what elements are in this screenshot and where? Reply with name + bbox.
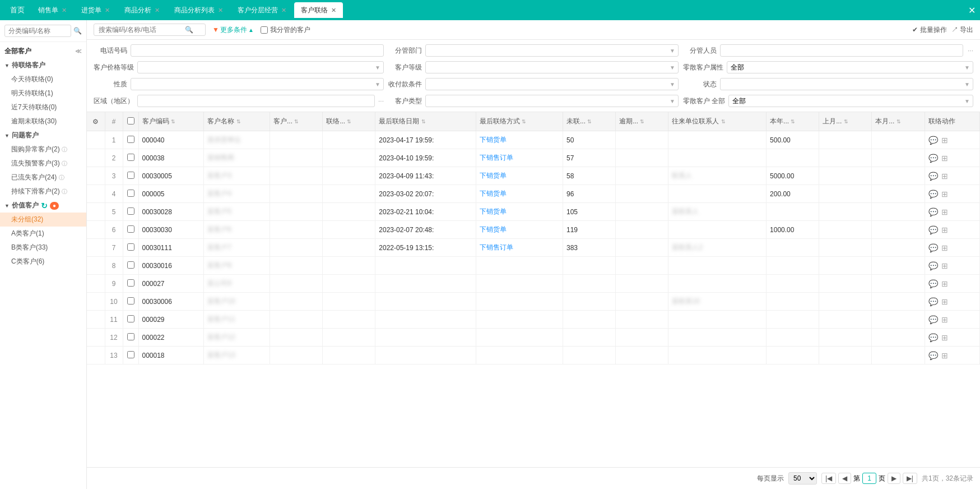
contact-type-link-4[interactable]: 下销货单 xyxy=(480,207,507,215)
chat-icon-6[interactable]: 💬 xyxy=(928,243,938,252)
grid-icon-11[interactable]: ⊞ xyxy=(941,333,948,342)
row-check-11[interactable] xyxy=(123,329,138,347)
close-sales-tab[interactable]: ✕ xyxy=(62,7,67,14)
region-input[interactable] xyxy=(137,95,375,107)
overdue-column-header[interactable]: 逾期... ⇅ xyxy=(616,112,668,131)
gear-column-header[interactable]: ⚙ xyxy=(87,112,105,131)
this-year-column-header[interactable]: 本年... ⇅ xyxy=(767,112,819,131)
contact-type-link-6[interactable]: 下销售订单 xyxy=(480,243,513,251)
check-column-header[interactable] xyxy=(123,112,138,131)
uncontacted-column-header[interactable]: 未联... ⇅ xyxy=(563,112,615,131)
contact-type-link-2[interactable]: 下销货单 xyxy=(480,172,507,179)
contact-type-link-0[interactable]: 下销货单 xyxy=(480,136,507,144)
row-last-contact-type-6[interactable]: 下销售订单 xyxy=(476,239,563,257)
row-check-12[interactable] xyxy=(123,347,138,365)
problem-customers-section[interactable]: ▼ 问题客户 xyxy=(0,128,86,142)
my-customers-checkbox[interactable]: 我分管的客户 xyxy=(261,25,310,35)
b-class-item[interactable]: B类客户(33) xyxy=(0,241,86,255)
chat-icon-2[interactable]: 💬 xyxy=(928,172,938,181)
my-customers-check[interactable] xyxy=(261,26,268,34)
status-select[interactable] xyxy=(720,78,973,90)
grid-icon-7[interactable]: ⊞ xyxy=(941,261,948,270)
all-customers-header[interactable]: 全部客户 ≪ xyxy=(0,42,86,58)
retail-attr-select[interactable]: 全部 xyxy=(727,61,973,73)
row-last-contact-type-3[interactable]: 下销货单 xyxy=(476,185,563,203)
type-column-header[interactable]: 客户... ⇅ xyxy=(270,112,323,131)
grid-icon-8[interactable]: ⊞ xyxy=(941,279,948,288)
crm-manager-tab[interactable]: 客户分层经营 ✕ xyxy=(231,2,293,18)
last-page-button[interactable]: ▶| xyxy=(903,473,917,484)
chat-icon-10[interactable]: 💬 xyxy=(928,315,938,324)
window-close-button[interactable]: ✕ xyxy=(968,5,976,16)
grid-icon-5[interactable]: ⊞ xyxy=(941,225,948,234)
code-column-header[interactable]: 客户编码 ⇅ xyxy=(138,112,204,131)
customer-level-select[interactable] xyxy=(425,61,679,73)
row-check-10[interactable] xyxy=(123,311,138,329)
row-last-contact-type-9[interactable] xyxy=(476,293,563,311)
sidebar-search-icon[interactable]: 🔍 xyxy=(73,27,82,35)
grid-icon-10[interactable]: ⊞ xyxy=(941,315,948,324)
contact-type-link-5[interactable]: 下销货单 xyxy=(480,225,507,233)
sales-tab[interactable]: 销售单 ✕ xyxy=(31,2,73,18)
tomorrow-pending-item[interactable]: 明天待联络(1) xyxy=(0,86,86,100)
analysis-list-tab[interactable]: 商品分析列表 ✕ xyxy=(168,2,230,18)
export-button[interactable]: ↗ 导出 xyxy=(951,25,973,35)
manager-dots-icon[interactable]: ··· xyxy=(968,47,973,54)
nature-select[interactable] xyxy=(131,78,384,90)
ungrouped-item[interactable]: 未分组(32) xyxy=(0,213,86,227)
chat-icon-1[interactable]: 💬 xyxy=(928,154,938,163)
chat-icon-3[interactable]: 💬 xyxy=(928,190,938,199)
grid-icon-6[interactable]: ⊞ xyxy=(941,243,948,252)
close-analysis-list-tab[interactable]: ✕ xyxy=(218,7,223,14)
hoarding-abnormal-item[interactable]: 囤购异常客户(2) ⓘ xyxy=(0,142,86,156)
row-last-contact-type-7[interactable] xyxy=(476,257,563,275)
row-last-contact-type-8[interactable] xyxy=(476,275,563,293)
churn-warning-item[interactable]: 流失预警客户(3) ⓘ xyxy=(0,156,86,170)
purchase-tab[interactable]: 进货单 ✕ xyxy=(75,2,117,18)
crm-contact-tab[interactable]: 客户联络 ✕ xyxy=(294,2,343,18)
grid-icon-3[interactable]: ⊞ xyxy=(941,190,948,199)
first-page-button[interactable]: |◀ xyxy=(821,473,836,484)
row-check-3[interactable] xyxy=(123,185,138,203)
batch-operation-button[interactable]: ✔ 批量操作 xyxy=(912,25,946,35)
overdue-item[interactable]: 逾期未联络(30) xyxy=(0,114,86,128)
row-last-contact-type-1[interactable]: 下销售订单 xyxy=(476,149,563,167)
row-last-contact-type-11[interactable] xyxy=(476,329,563,347)
phone-input[interactable] xyxy=(131,44,384,57)
row-last-contact-type-4[interactable]: 下销货单 xyxy=(476,203,563,221)
row-check-0[interactable] xyxy=(123,131,138,149)
last-contact-type-column-header[interactable]: 最后联络方式 ⇅ xyxy=(476,112,563,131)
row-check-5[interactable] xyxy=(123,221,138,239)
sidebar-search-input[interactable] xyxy=(4,25,71,37)
row-check-8[interactable] xyxy=(123,275,138,293)
page-size-select[interactable]: 50 100 xyxy=(788,472,817,485)
contact-type-link-1[interactable]: 下销售订单 xyxy=(480,154,513,162)
grid-icon-9[interactable]: ⊞ xyxy=(941,297,948,306)
manager-input[interactable] xyxy=(720,44,963,57)
search-input[interactable] xyxy=(99,26,183,34)
more-conditions-button[interactable]: ▼ 更多条件 ▲ xyxy=(212,25,254,35)
grid-icon-4[interactable]: ⊞ xyxy=(941,207,948,216)
refresh-icon[interactable]: ↻ xyxy=(41,201,48,210)
close-analysis-tab[interactable]: ✕ xyxy=(155,7,160,14)
price-level-select[interactable] xyxy=(137,61,384,73)
row-last-contact-type-0[interactable]: 下销货单 xyxy=(476,131,563,149)
chat-icon-8[interactable]: 💬 xyxy=(928,279,938,288)
prev-page-button[interactable]: ◀ xyxy=(838,473,851,484)
c-class-item[interactable]: C类客户(6) xyxy=(0,255,86,269)
contact-column-header[interactable]: 联络... ⇅ xyxy=(323,112,375,131)
dept-select[interactable] xyxy=(425,44,679,57)
grid-icon-0[interactable]: ⊞ xyxy=(941,136,948,145)
row-check-1[interactable] xyxy=(123,149,138,167)
row-last-contact-type-5[interactable]: 下销货单 xyxy=(476,221,563,239)
name-column-header[interactable]: 客户名称 ⇅ xyxy=(204,112,270,131)
this-month-column-header[interactable]: 本月... ⇅ xyxy=(872,112,925,131)
today-pending-item[interactable]: 今天待联络(0) xyxy=(0,72,86,86)
close-purchase-tab[interactable]: ✕ xyxy=(105,7,110,14)
region-dots-icon[interactable]: ··· xyxy=(378,97,384,105)
chat-icon-0[interactable]: 💬 xyxy=(928,136,938,145)
payment-select[interactable] xyxy=(425,78,679,90)
unit-contact-column-header[interactable]: 往来单位联系人 ⇅ xyxy=(668,112,767,131)
row-check-7[interactable] xyxy=(123,257,138,275)
last-month-column-header[interactable]: 上月... ⇅ xyxy=(819,112,872,131)
